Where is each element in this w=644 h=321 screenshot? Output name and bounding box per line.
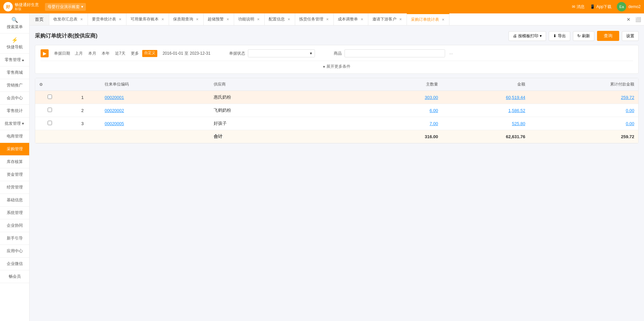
sidebar-item-member[interactable]: 会员中心 <box>0 92 29 105</box>
tab-function-desc[interactable]: 功能说明 ✕ <box>234 13 265 25</box>
expand-conditions-btn[interactable]: ▾ 展开更多条件 <box>41 61 633 69</box>
sidebar-item-newuser[interactable]: 新手引导 <box>0 232 29 245</box>
tab-close-receive-send[interactable]: ✕ <box>79 17 84 22</box>
tab-warranty-query[interactable]: 保质期查询 ✕ <box>169 13 204 25</box>
sidebar-item-basics[interactable]: 基础信息 <box>0 194 29 207</box>
tab-close-invite-downstream[interactable]: ✕ <box>398 17 402 22</box>
shortcut-this-month[interactable]: 本月 <box>86 50 98 57</box>
tab-close-pick-task[interactable]: ✕ <box>325 17 329 22</box>
page-actions: 🖨 按模板打印 ▾ ⬇ 导出 ↻ 刷新 查询 设置 <box>508 31 639 41</box>
sidebar-item-operations[interactable]: 经营管理 <box>0 181 29 194</box>
sidebar-item-retail[interactable]: 零售管理 ▲ <box>0 54 29 66</box>
settings-icon[interactable]: ⚙ <box>39 82 43 87</box>
tab-close-cost-adjust[interactable]: ✕ <box>360 17 364 22</box>
goods-more-icon[interactable]: ··· <box>449 51 453 56</box>
row-amount: 525.80 <box>442 117 529 130</box>
sidebar-item-search[interactable]: 🔍 搜索菜单 <box>0 13 29 34</box>
row-checkbox[interactable] <box>35 104 64 117</box>
shortcut-more[interactable]: 更多 <box>129 50 141 57</box>
row-paid: 259.72 <box>529 91 638 104</box>
tab-requisition-stats[interactable]: 要货单统计表 ✕ <box>88 13 126 25</box>
tab-invite-downstream[interactable]: 邀请下游客户 ✕ <box>368 13 407 25</box>
tab-close-requisition-stats[interactable]: ✕ <box>118 17 122 22</box>
shortcut-last-month[interactable]: 上月 <box>73 50 85 57</box>
logo-icon: 好 <box>3 2 13 11</box>
sidebar-item-retail-store[interactable]: 零售商城 <box>0 66 29 79</box>
tab-home[interactable]: 首页 <box>30 13 49 25</box>
page-title: 采购订单统计表(按供应商) <box>35 33 98 40</box>
tab-overstock-alert[interactable]: 超储预警 ✕ <box>204 13 234 25</box>
col-header-supplier: 供应商 <box>210 78 355 91</box>
sidebar-item-vip[interactable]: 畅会员 <box>0 270 29 283</box>
row-checkbox[interactable] <box>35 91 64 104</box>
row-num: 2 <box>64 104 101 117</box>
tab-restore-btn[interactable]: ⬜ <box>635 16 641 23</box>
filter-area: ▶ 单据日期 上月 本月 本年 近7天 更多 自定义 2016-0 <box>35 45 639 74</box>
sidebar-item-appcenter[interactable]: 应用中心 <box>0 245 29 258</box>
row-code: 00020005 <box>101 117 210 130</box>
tab-close-overstock-alert[interactable]: ✕ <box>226 17 230 22</box>
main-layout: 🔍 搜索菜单 ⚡ 快捷导航 零售管理 ▲ 零售商城 营销推广 会员中心 零售统计… <box>0 13 644 321</box>
tab-receive-send[interactable]: 收发存汇总表 ✕ <box>49 13 88 25</box>
row-supplier: 飞鹤奶粉 <box>210 104 355 117</box>
date-to: 2023-12-31 <box>190 51 210 56</box>
row-paid: 0.00 <box>529 104 638 117</box>
status-select[interactable]: ▾ <box>248 49 315 57</box>
status-label: 单据状态 <box>229 51 245 56</box>
tab-inventory-ledger[interactable]: 可用量库存账本 ✕ <box>126 13 169 25</box>
export-btn[interactable]: ⬇ 导出 <box>549 31 570 41</box>
tab-close-warranty-query[interactable]: ✕ <box>195 17 199 22</box>
tab-close-all-btn[interactable]: ✕ <box>625 16 632 23</box>
filter-status-item: 单据状态 ▾ <box>229 49 315 57</box>
workspace-selector[interactable]: 母婴行业演示账套 ▾ <box>45 3 86 11</box>
row-qty: 6.00 <box>355 104 442 117</box>
sidebar-item-enterprise[interactable]: 企业协同 <box>0 219 29 232</box>
tab-close-config-info[interactable]: ✕ <box>287 17 291 22</box>
sidebar-item-wholesale[interactable]: 批发管理 ▼ <box>0 117 29 130</box>
app-download-btn[interactable]: 📱 App下载 <box>590 4 611 10</box>
row-checkbox[interactable] <box>35 117 64 130</box>
message-btn[interactable]: ✉ 消息 <box>572 4 585 10</box>
sidebar-item-wechat[interactable]: 企业微信 <box>0 258 29 270</box>
col-header-qty: 主数量 <box>355 78 442 91</box>
sidebar-item-system[interactable]: 系统管理 <box>0 207 29 219</box>
tab-close-inventory-ledger[interactable]: ✕ <box>161 17 165 22</box>
print-dropdown-icon: ▾ <box>540 34 542 38</box>
export-icon: ⬇ <box>553 34 556 38</box>
date-label: 单据日期 <box>54 51 70 56</box>
tab-config-info[interactable]: 配置信息 ✕ <box>265 13 295 25</box>
sidebar-item-retail-stats[interactable]: 零售统计 <box>0 105 29 117</box>
goods-input[interactable] <box>344 49 445 57</box>
sidebar-item-inventory[interactable]: 库存核算 <box>0 156 29 168</box>
filter-row-main: ▶ 单据日期 上月 本月 本年 近7天 更多 自定义 2016-0 <box>41 49 633 57</box>
query-btn[interactable]: 查询 <box>597 31 619 41</box>
shortcut-this-year[interactable]: 本年 <box>100 50 112 57</box>
settings-btn[interactable]: 设置 <box>622 31 639 41</box>
table-row: 3 00020005 好孩子 7.00 525.80 0.00 <box>35 117 638 130</box>
tab-close-function-desc[interactable]: ✕ <box>256 17 260 22</box>
footer-paid: 259.72 <box>529 130 638 143</box>
row-num: 1 <box>64 91 101 104</box>
user-area[interactable]: Ea demo2 <box>617 2 641 11</box>
col-header-paid: 累计付款金额 <box>529 78 638 91</box>
sidebar-item-ecommerce[interactable]: 电商管理 <box>0 130 29 143</box>
tab-close-purchase-order-stats[interactable]: ✕ <box>441 17 445 22</box>
tab-bar-actions: ✕ ⬜ <box>623 16 644 23</box>
tab-purchase-order-stats[interactable]: 采购订单统计表 ✕ <box>407 13 449 25</box>
username-label: demo2 <box>628 4 641 9</box>
shortcut-7-days[interactable]: 近7天 <box>113 50 127 57</box>
footer-qty: 316.00 <box>355 130 442 143</box>
filter-toggle-btn[interactable]: ▶ <box>41 49 49 57</box>
row-qty: 303.00 <box>355 91 442 104</box>
tab-pick-task[interactable]: 拣货任务管理 ✕ <box>295 13 334 25</box>
sidebar-item-quick-nav[interactable]: ⚡ 快捷导航 <box>0 34 29 54</box>
sidebar-item-finance[interactable]: 资金管理 <box>0 168 29 181</box>
sidebar-item-marketing[interactable]: 营销推广 <box>0 79 29 92</box>
print-btn[interactable]: 🖨 按模板打印 ▾ <box>508 31 546 41</box>
table-footer-row: 合计 316.00 62,631.76 259.72 <box>35 130 638 143</box>
tab-cost-adjust[interactable]: 成本调整单 ✕ <box>334 13 368 25</box>
sidebar-item-purchase[interactable]: 采购管理 <box>0 143 29 156</box>
lightning-icon: ⚡ <box>11 37 18 43</box>
refresh-btn[interactable]: ↻ 刷新 <box>573 31 594 41</box>
logo-text: 畅捷通好生意 标版 <box>15 2 39 11</box>
